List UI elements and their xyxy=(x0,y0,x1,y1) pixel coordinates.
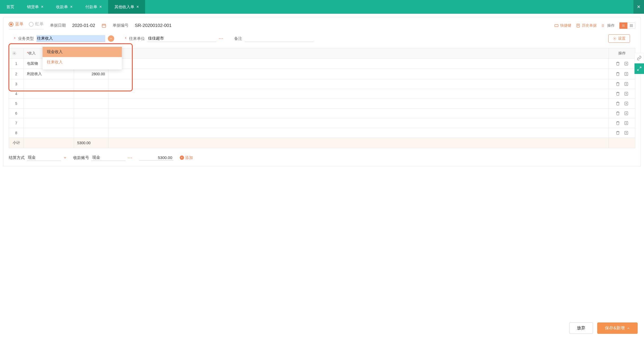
close-icon[interactable]: × xyxy=(70,4,72,9)
add-row-icon[interactable] xyxy=(624,82,628,86)
tab-label: 首页 xyxy=(6,4,14,10)
delete-icon[interactable] xyxy=(616,111,620,115)
party-label: 往来单位 xyxy=(129,36,145,41)
svg-point-13 xyxy=(614,38,615,39)
view-grid-icon[interactable] xyxy=(627,22,635,29)
delete-icon[interactable] xyxy=(616,82,620,86)
remark-input[interactable] xyxy=(245,35,314,42)
row-remark[interactable] xyxy=(108,69,609,79)
more-icon[interactable]: ··· xyxy=(219,36,224,41)
row-number: 7 xyxy=(9,118,24,128)
add-row-icon[interactable] xyxy=(624,131,628,135)
table-row[interactable]: 5 xyxy=(9,99,635,109)
settle-method-label: 结算方式 xyxy=(9,155,25,160)
row-item[interactable] xyxy=(24,109,74,118)
table-row[interactable]: 6 xyxy=(9,109,635,118)
row-remark[interactable] xyxy=(108,128,609,138)
shortcut-label: 快捷键 xyxy=(560,23,571,28)
delete-icon[interactable] xyxy=(616,131,620,135)
tab-label: 销货单 xyxy=(27,4,39,10)
link-icon[interactable] xyxy=(634,53,644,63)
row-item[interactable] xyxy=(24,99,74,109)
row-remark[interactable] xyxy=(108,59,609,69)
view-list-icon[interactable] xyxy=(619,22,627,29)
dropdown-item-ar[interactable]: 往来收入 xyxy=(43,57,122,67)
add-row-icon[interactable] xyxy=(624,111,628,115)
table-row[interactable]: 3 xyxy=(9,79,635,89)
table-row[interactable]: 7 xyxy=(9,118,635,128)
radio-blue[interactable]: 蓝单 xyxy=(9,21,24,27)
close-all-icon[interactable]: × xyxy=(633,0,644,14)
side-float xyxy=(634,53,644,74)
row-amount[interactable] xyxy=(74,79,108,89)
required-icon: * xyxy=(14,36,15,41)
party-input[interactable] xyxy=(148,35,216,42)
add-label: 添加 xyxy=(185,155,193,160)
account-field: 收款账号 现金 ··· xyxy=(73,155,133,161)
radio-red[interactable]: 红单 xyxy=(29,21,44,27)
row-item[interactable]: 利息收入 xyxy=(24,69,74,79)
row-amount[interactable]: 2800.00 xyxy=(74,69,108,79)
row-ops xyxy=(609,118,635,128)
biz-type-input[interactable] xyxy=(36,35,105,42)
add-row-icon[interactable] xyxy=(624,121,628,125)
table-row[interactable]: 4 xyxy=(9,89,635,99)
row-remark[interactable] xyxy=(108,109,609,118)
calendar-icon[interactable] xyxy=(102,23,106,28)
doc-code-value: SR-20200102-001 xyxy=(135,23,172,28)
row-item[interactable] xyxy=(24,118,74,128)
doc-date-value[interactable]: 2020-01-02 xyxy=(72,23,95,28)
add-row-icon[interactable] xyxy=(624,62,628,66)
row-item[interactable] xyxy=(24,89,74,99)
close-icon[interactable]: × xyxy=(99,4,102,9)
add-row-icon[interactable] xyxy=(624,101,628,106)
gear-header[interactable] xyxy=(9,48,24,59)
col-remark: 注 xyxy=(108,48,609,59)
tab-receipt[interactable]: 收款单 × xyxy=(50,0,79,14)
row-item[interactable] xyxy=(24,79,74,89)
account-label: 收款账号 xyxy=(73,155,89,160)
plus-icon: + xyxy=(180,156,184,160)
operate-button[interactable]: 操作 xyxy=(601,23,615,28)
delete-icon[interactable] xyxy=(616,72,620,76)
settle-row: 结算方式 现金 收款账号 现金 ··· 5300.00 + 添加 xyxy=(3,148,641,161)
table-row[interactable]: 8 xyxy=(9,128,635,138)
account-value[interactable]: 现金 xyxy=(91,155,126,161)
row-remark[interactable] xyxy=(108,118,609,128)
more-icon[interactable]: ··· xyxy=(128,156,133,160)
settings-button[interactable]: 设置 xyxy=(608,34,630,43)
tab-home[interactable]: 首页 xyxy=(0,0,21,14)
history-button[interactable]: 历史单据 xyxy=(576,23,597,28)
expand-icon[interactable] xyxy=(634,63,644,74)
row-amount[interactable] xyxy=(74,128,108,138)
delete-icon[interactable] xyxy=(616,101,620,106)
row-amount[interactable] xyxy=(74,89,108,99)
amount-value[interactable]: 5300.00 xyxy=(139,155,173,161)
tab-payment[interactable]: 付款单 × xyxy=(79,0,108,14)
radio-label: 蓝单 xyxy=(15,21,24,27)
shortcut-button[interactable]: 快捷键 xyxy=(554,23,571,28)
row-amount[interactable] xyxy=(74,109,108,118)
close-icon[interactable]: × xyxy=(41,4,43,9)
delete-icon[interactable] xyxy=(616,62,620,66)
tab-other-income[interactable]: 其他收入单 × xyxy=(108,0,145,14)
row-amount[interactable] xyxy=(74,118,108,128)
row-remark[interactable] xyxy=(108,89,609,99)
row-remark[interactable] xyxy=(108,99,609,109)
delete-icon[interactable] xyxy=(616,121,620,125)
add-row-icon[interactable] xyxy=(624,92,628,96)
chevron-up-icon[interactable] xyxy=(108,35,114,42)
settle-method-value[interactable]: 现金 xyxy=(27,155,61,161)
row-item[interactable] xyxy=(24,128,74,138)
table-row[interactable]: 2 利息收入 2800.00 xyxy=(9,69,635,79)
close-icon[interactable]: × xyxy=(136,4,139,9)
chevron-down-icon[interactable] xyxy=(63,156,67,160)
delete-icon[interactable] xyxy=(616,92,620,96)
row-amount[interactable] xyxy=(74,99,108,109)
tab-sales[interactable]: 销货单 × xyxy=(21,0,50,14)
subtotal-amount: 5300.00 xyxy=(74,138,108,148)
add-button[interactable]: + 添加 xyxy=(180,155,193,160)
row-remark[interactable] xyxy=(108,79,609,89)
dropdown-item-cash[interactable]: 现金收入 xyxy=(43,47,122,57)
add-row-icon[interactable] xyxy=(624,72,628,76)
